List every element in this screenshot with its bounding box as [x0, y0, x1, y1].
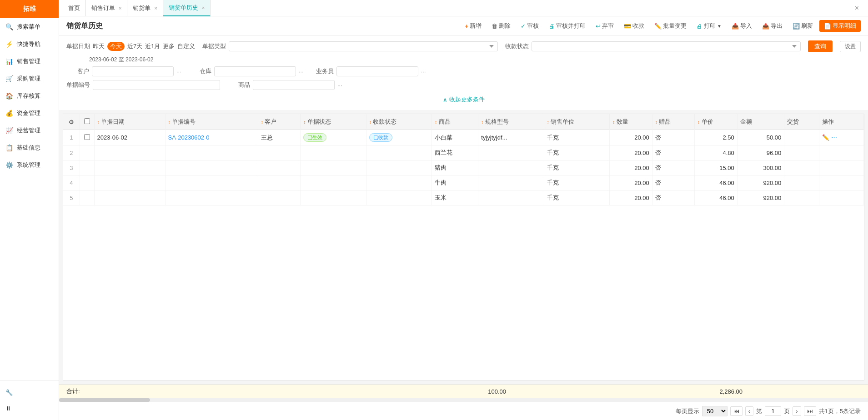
col-unit[interactable]: ↕ 销售单位: [544, 114, 610, 130]
doc-no-link[interactable]: SA-20230602-0: [168, 134, 210, 141]
shortcut-1month[interactable]: 近1月: [145, 42, 160, 50]
doc-type-select[interactable]: [229, 41, 498, 51]
shortcut-custom[interactable]: 自定义: [177, 42, 195, 50]
col-doc-status[interactable]: ↕ 单据状态: [301, 114, 366, 130]
toolbar: + 新增 🗑 删除 ✓ 审核 🖨 审核并打印 ↩ 弃审 💳 收款: [462, 20, 861, 32]
delete-button[interactable]: 🗑 删除: [488, 20, 514, 32]
cell-doc-no: SA-20230602-0: [165, 130, 258, 145]
cell-qty: 20.00: [610, 175, 652, 190]
col-goods[interactable]: ↕ 商品: [432, 114, 478, 130]
tab-sales-goods-history-close[interactable]: ×: [202, 5, 205, 10]
payment-status-select[interactable]: [532, 41, 801, 51]
col-spec[interactable]: ↕ 规格型号: [478, 114, 544, 130]
collect-button[interactable]: 💳 收款: [620, 20, 648, 32]
sidebar-item-purchase-mgmt[interactable]: 🛒 采购管理: [0, 70, 59, 87]
audit-print-button[interactable]: 🖨 审核并打印: [545, 20, 589, 32]
batch-change-button[interactable]: ✏️ 批量变更: [651, 20, 690, 32]
query-button[interactable]: 查询: [808, 40, 833, 52]
shortcut-more[interactable]: 更多: [163, 42, 175, 50]
sidebar-item-finance-mgmt[interactable]: 💰 资金管理: [0, 105, 59, 122]
warehouse-dots[interactable]: ···: [299, 68, 304, 75]
payment-status-label: 收款状态: [505, 42, 529, 50]
collapse-button[interactable]: ∧ 收起更多条件: [66, 94, 861, 105]
salesperson-input[interactable]: [336, 66, 418, 76]
prev-page-button[interactable]: ‹: [745, 406, 753, 416]
sidebar-item-search-menu[interactable]: 🔍 搜索菜单: [0, 18, 59, 35]
page-input[interactable]: [765, 406, 781, 416]
salesperson-dots[interactable]: ···: [421, 68, 426, 75]
select-all-checkbox[interactable]: [84, 118, 90, 124]
col-gift[interactable]: ↕ 赠品: [652, 114, 694, 130]
sidebar-item-sales-mgmt[interactable]: 📊 销售管理: [0, 53, 59, 70]
audit-button[interactable]: ✓ 审核: [517, 20, 542, 32]
salesperson-label: 业务员: [311, 67, 334, 75]
customer-dots[interactable]: ···: [176, 68, 181, 75]
sidebar-item-label: 快捷导航: [17, 40, 40, 48]
per-page-select[interactable]: 50 20 100: [702, 406, 728, 416]
tabs-bar-close-all[interactable]: ×: [849, 4, 864, 12]
filter-payment-status: 收款状态: [505, 41, 801, 51]
sidebar-item-label: 库存核算: [17, 92, 40, 100]
last-page-button[interactable]: ⏭: [804, 406, 816, 416]
refresh-button[interactable]: 🔄 刷新: [789, 20, 817, 32]
first-page-button[interactable]: ⏮: [730, 406, 743, 416]
col-customer[interactable]: ↕ 客户: [258, 114, 300, 130]
goods-input[interactable]: [253, 80, 335, 90]
tab-sales-order[interactable]: 销售订单 ×: [86, 0, 127, 16]
shortcut-yesterday[interactable]: 昨天: [93, 42, 105, 50]
tab-sales-order-close[interactable]: ×: [119, 5, 121, 11]
print-button[interactable]: 🖨 打印 ▼: [693, 20, 725, 32]
import-button[interactable]: 📥 导入: [728, 20, 756, 32]
search-menu-icon: 🔍: [5, 23, 13, 30]
warehouse-input[interactable]: [214, 66, 296, 76]
settings-button[interactable]: 设置: [840, 41, 861, 52]
customer-input[interactable]: [92, 66, 174, 76]
sidebar-item-operation-mgmt[interactable]: 📈 经营管理: [0, 122, 59, 139]
sort-customer-icon: ↕: [261, 120, 263, 125]
add-button[interactable]: + 新增: [462, 20, 486, 32]
print-dropdown-icon: ▼: [717, 24, 722, 29]
cell-checkbox[interactable]: [80, 145, 94, 160]
sidebar-item-label: 搜索菜单: [17, 23, 40, 31]
cell-doc-status: [301, 190, 366, 205]
export-button[interactable]: 📤 导出: [758, 20, 786, 32]
next-page-button[interactable]: ›: [793, 406, 801, 416]
cell-checkbox[interactable]: [80, 175, 94, 190]
sidebar-logo: 拓维: [0, 0, 59, 18]
sidebar-item-basic-info[interactable]: 📋 基础信息: [0, 139, 59, 156]
more-icon[interactable]: ⋯: [831, 134, 837, 141]
abandon-label: 弃审: [602, 22, 614, 30]
col-doc-no[interactable]: ↕ 单据编号: [165, 114, 258, 130]
goods-dots[interactable]: ···: [337, 82, 342, 89]
col-qty[interactable]: ↕ 数量: [610, 114, 652, 130]
display-button[interactable]: 📄 显示明细: [819, 20, 861, 32]
edit-icon[interactable]: ✏️: [822, 134, 829, 141]
horizontal-scrollbar[interactable]: [59, 398, 868, 402]
abandon-button[interactable]: ↩ 弃审: [592, 20, 617, 32]
tab-sales-goods[interactable]: 销货单 ×: [127, 0, 163, 16]
col-checkbox[interactable]: [80, 114, 94, 130]
col-settings[interactable]: ⚙: [63, 114, 80, 130]
sidebar-item-inventory-calc[interactable]: 🏠 库存核算: [0, 87, 59, 105]
sidebar-settings-btn[interactable]: 🔧: [0, 385, 59, 400]
sidebar-pause-btn[interactable]: ⏸: [0, 400, 59, 416]
shortcut-7days[interactable]: 近7天: [127, 42, 142, 50]
doc-no-input[interactable]: [93, 80, 220, 90]
shortcut-today[interactable]: 今天: [107, 42, 125, 51]
tab-home[interactable]: 首页: [63, 0, 86, 16]
tab-sales-goods-close[interactable]: ×: [154, 5, 157, 11]
col-payment-status[interactable]: ↕ 收款状态: [366, 114, 432, 130]
sidebar-item-quick-nav[interactable]: ⚡ 快捷导航: [0, 35, 59, 53]
col-unit-price[interactable]: ↕ 单价: [695, 114, 737, 130]
tab-sales-goods-history[interactable]: 销货单历史 ×: [163, 0, 211, 16]
table-area: ⚙ ↕ 单据日期 ↕ 单据编号 ↕ 客户 ↕ 单据状态 ↕ 收款状态 ↕ 商品 …: [63, 114, 864, 380]
row-checkbox[interactable]: [84, 134, 90, 140]
cell-amount: 50.00: [737, 130, 784, 145]
cell-checkbox[interactable]: [80, 190, 94, 205]
cell-checkbox[interactable]: [80, 130, 94, 145]
col-doc-date[interactable]: ↕ 单据日期: [94, 114, 165, 130]
page-title: 销货单历史: [66, 21, 103, 31]
sidebar-item-system-mgmt[interactable]: ⚙️ 系统管理: [0, 156, 59, 174]
summary-amount-container: 2,286.00: [679, 388, 743, 395]
cell-checkbox[interactable]: [80, 160, 94, 175]
